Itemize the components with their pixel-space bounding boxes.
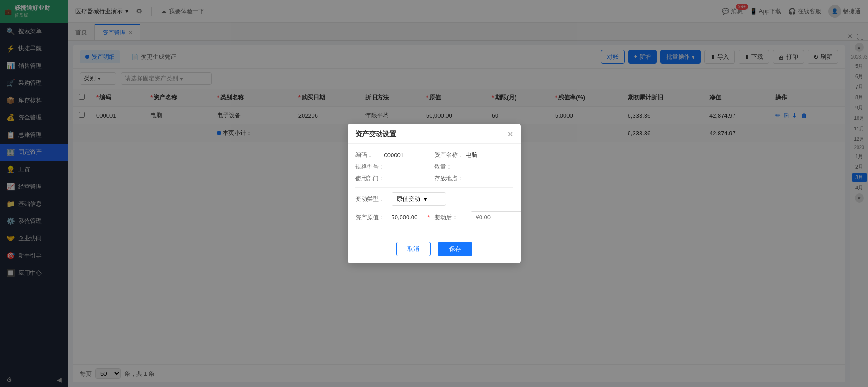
- modal-quantity-field: 数量：: [434, 163, 513, 171]
- modal-after-input[interactable]: [471, 211, 520, 223]
- modal-info-section: 编码： 000001 规格型号： 使用部门： 资产名称： 电: [355, 151, 513, 183]
- modal-quantity-label: 数量：: [434, 163, 461, 171]
- modal-select-dropdown-icon: ▾: [424, 196, 427, 203]
- modal-location-label: 存放地点：: [434, 174, 464, 183]
- modal-spec-field: 规格型号：: [355, 163, 434, 171]
- modal-name-label: 资产名称：: [434, 151, 464, 159]
- modal-code-value: 000001: [384, 152, 404, 159]
- modal-change-type-select[interactable]: 原值变动 ▾: [392, 192, 446, 206]
- modal-body: 编码： 000001 规格型号： 使用部门： 资产名称： 电: [348, 144, 521, 236]
- modal-name-value: 电脑: [466, 151, 477, 159]
- modal-asset-value-row: 资产原值： 50,000.00 * 变动后：: [355, 211, 513, 223]
- modal-change-type-value: 原值变动: [397, 195, 420, 203]
- modal-spec-label: 规格型号：: [355, 163, 385, 171]
- modal-save-button[interactable]: 保存: [438, 242, 472, 256]
- asset-change-modal: 资产变动设置 ✕ 编码： 000001 规格型号： 使用部门：: [348, 124, 521, 263]
- modal-close-button[interactable]: ✕: [507, 130, 513, 139]
- modal-name-field: 资产名称： 电脑: [434, 151, 513, 159]
- modal-footer: 取消 保存: [348, 236, 521, 263]
- modal-info-left: 编码： 000001 规格型号： 使用部门：: [355, 151, 434, 183]
- modal-change-type-row: 变动类型： 原值变动 ▾: [355, 192, 513, 206]
- modal-title: 资产变动设置: [355, 130, 396, 139]
- modal-dept-field: 使用部门：: [355, 174, 434, 183]
- modal-asset-value: 50,000.00: [392, 214, 418, 221]
- modal-code-label: 编码：: [355, 151, 382, 159]
- modal-change-type-label: 变动类型：: [355, 195, 387, 203]
- modal-location-field: 存放地点：: [434, 174, 513, 183]
- modal-after-label: 变动后：: [434, 213, 466, 222]
- modal-required-star: *: [427, 214, 430, 221]
- modal-asset-value-label: 资产原值：: [355, 213, 387, 222]
- modal-dept-label: 使用部门：: [355, 174, 385, 183]
- modal-code-field: 编码： 000001: [355, 151, 434, 159]
- modal-overlay[interactable]: 资产变动设置 ✕ 编码： 000001 规格型号： 使用部门：: [0, 0, 868, 387]
- modal-header: 资产变动设置 ✕: [348, 124, 521, 144]
- modal-cancel-button[interactable]: 取消: [396, 242, 431, 256]
- modal-info-right: 资产名称： 电脑 数量： 存放地点：: [434, 151, 513, 183]
- modal-divider: [355, 187, 513, 188]
